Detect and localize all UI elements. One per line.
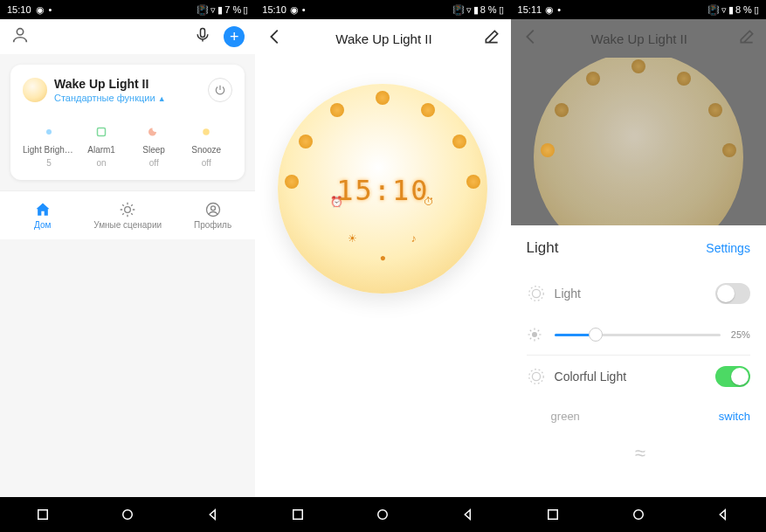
device-image-dim <box>534 58 743 225</box>
page-title: Wake Up Light II <box>285 31 482 46</box>
svg-point-18 <box>633 510 643 520</box>
color-label: green <box>527 410 580 423</box>
brightness-slider[interactable] <box>555 334 721 336</box>
svg-point-12 <box>532 289 540 297</box>
switch-link[interactable]: switch <box>719 410 750 423</box>
bottom-nav: Дом Умные сценарии Профиль <box>0 190 255 239</box>
vibrate-icon: 📳 <box>197 4 209 16</box>
nav-home[interactable] <box>631 507 646 522</box>
tab-home[interactable]: Дом <box>0 191 85 239</box>
light-row: Light <box>527 273 750 314</box>
app-bar: Wake Up Light II <box>255 19 510 58</box>
svg-point-15 <box>532 372 540 380</box>
stat-brightness[interactable]: Light Bright… 5 <box>23 124 75 168</box>
colorful-row: Colorful Light <box>527 356 750 397</box>
light-toggle[interactable] <box>715 283 750 304</box>
svg-point-11 <box>378 510 388 520</box>
device-image: ⏰ ⏱ 15:10 ☀ ♪ ● <box>278 84 487 294</box>
device-icon <box>23 78 47 102</box>
signal-icon: ▮ <box>217 4 223 16</box>
device-card[interactable]: Wake Up Light II Стандартные функции ▲ L… <box>10 65 245 180</box>
clock-display: 15:10 <box>336 174 429 207</box>
device-title: Wake Up Light II <box>54 77 166 91</box>
user-icon[interactable] <box>10 25 30 48</box>
expand-handle[interactable]: ≈ <box>527 435 750 472</box>
back-button[interactable] <box>521 27 541 50</box>
edit-button[interactable] <box>483 28 500 49</box>
colorful-toggle[interactable] <box>715 366 750 387</box>
battery-pct: 7 % <box>224 4 241 15</box>
top-bar: + <box>0 19 255 54</box>
svg-point-0 <box>17 29 23 35</box>
nav-home[interactable] <box>120 507 135 522</box>
status-bar: 15:10◉• 📳▿▮7 %▯ <box>0 0 255 19</box>
power-button[interactable] <box>208 78 232 102</box>
stat-snooze[interactable]: Snooze off <box>180 124 232 168</box>
android-nav <box>255 497 510 532</box>
status-time: 15:10 <box>7 4 31 15</box>
svg-point-4 <box>204 128 210 135</box>
svg-point-9 <box>123 510 133 520</box>
svg-rect-8 <box>38 510 47 520</box>
tab-scenes[interactable]: Умные сценарии <box>85 191 169 239</box>
wifi-icon: ▿ <box>210 4 216 16</box>
app-bar: Wake Up Light II <box>511 19 766 58</box>
tab-profile[interactable]: Профиль <box>170 191 255 239</box>
nav-recent[interactable] <box>545 507 561 522</box>
svg-rect-3 <box>98 128 106 136</box>
page-title: Wake Up Light II <box>541 31 738 46</box>
nav-home[interactable] <box>375 507 390 522</box>
light-icon <box>527 284 546 303</box>
status-bar: 15:10◉• 📳▿▮8 %▯ <box>255 0 510 19</box>
add-button[interactable]: + <box>224 26 245 47</box>
svg-rect-10 <box>293 510 303 520</box>
light-panel: Light Settings Light 25% Colorful Light … <box>511 225 766 480</box>
location-icon: ◉ <box>35 4 45 15</box>
colorful-icon <box>527 367 546 386</box>
battery-icon: ▯ <box>243 4 248 16</box>
svg-rect-1 <box>201 29 205 38</box>
brightness-slider-row: 25% <box>527 314 750 355</box>
svg-rect-17 <box>549 510 558 520</box>
status-bar: 15:11◉• 📳▿▮8 %▯ <box>511 0 766 19</box>
stat-sleep[interactable]: Sleep off <box>128 124 180 168</box>
svg-point-2 <box>46 129 52 135</box>
settings-link[interactable]: Settings <box>706 241 750 255</box>
stat-alarm1[interactable]: Alarm1 on <box>75 124 128 168</box>
nav-recent[interactable] <box>35 507 51 522</box>
svg-point-14 <box>532 332 537 337</box>
edit-button[interactable] <box>738 28 756 49</box>
nav-back[interactable] <box>205 507 221 522</box>
nav-recent[interactable] <box>290 507 306 522</box>
device-functions-link[interactable]: Стандартные функции ▲ <box>54 93 166 103</box>
svg-point-5 <box>125 207 131 213</box>
mic-icon[interactable] <box>194 26 211 47</box>
brightness-value: 25% <box>731 329 750 340</box>
svg-point-13 <box>528 287 543 301</box>
brightness-icon <box>527 327 542 342</box>
nav-back[interactable] <box>460 507 476 522</box>
back-button[interactable] <box>266 27 285 50</box>
panel-title: Light <box>527 239 559 257</box>
android-nav <box>0 497 255 532</box>
svg-point-16 <box>528 370 543 384</box>
android-nav <box>511 497 766 532</box>
nav-back[interactable] <box>715 507 731 522</box>
svg-point-7 <box>210 206 215 211</box>
